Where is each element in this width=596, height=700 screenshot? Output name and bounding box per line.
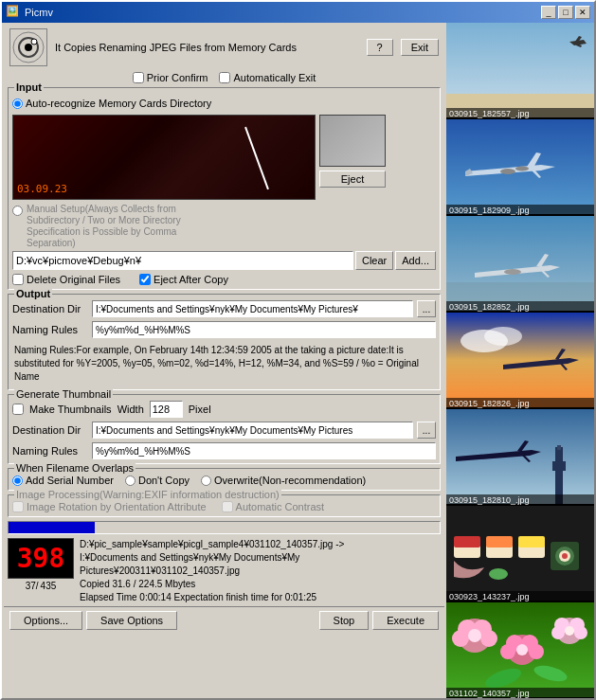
rotation-label: Image Rotation by Orientation Attribute	[27, 501, 207, 512]
eject-after-copy-label: Eject After Copy	[154, 274, 228, 285]
overlap-title: When Filename Overlaps	[14, 462, 135, 474]
count-num: 37/	[26, 581, 39, 591]
logo-icon	[11, 30, 45, 64]
svg-point-41	[500, 644, 515, 659]
app-title: It Copies Renaming JPEG Files from Memor…	[55, 42, 359, 53]
contrast-checkbox[interactable]	[222, 501, 233, 512]
left-panel: It Copies Renaming JPEG Files from Memor…	[2, 23, 446, 698]
maximize-btn[interactable]: □	[558, 6, 573, 19]
thumbnail-5[interactable]: 030915_182810_.jpg	[446, 409, 594, 506]
copied-text: Copied 31.6 / 224.5 Mbytes	[80, 578, 441, 591]
app-icon: 🖼️	[6, 5, 21, 20]
delete-files-item: Delete Original Files	[12, 274, 120, 285]
path-row: Clear Add...	[12, 251, 436, 270]
auto-radio[interactable]	[12, 99, 23, 109]
counter-display: 398	[8, 538, 74, 579]
svg-point-49	[565, 626, 574, 636]
input-section: Input Auto-recognize Memory Cards Direct…	[8, 87, 441, 290]
thumbnail-1-label: 030915_182557_.jpg	[446, 108, 594, 119]
camera-preview-inner: 03.09.23	[13, 116, 315, 199]
svg-point-2	[25, 44, 32, 51]
stop-button[interactable]: Stop	[319, 611, 370, 630]
eject-button[interactable]: Eject	[319, 171, 386, 188]
dont-copy-radio[interactable]	[125, 476, 135, 486]
help-button[interactable]: ?	[367, 39, 393, 56]
thumbnail-6-image	[446, 506, 594, 601]
svg-point-3	[31, 39, 37, 45]
bottom-bar: Options... Save Options Stop Execute	[4, 606, 444, 634]
thumb-dest-dir-row: Destination Dir ...	[12, 422, 436, 439]
rotation-checkbox[interactable]	[12, 501, 24, 512]
overwrite-item: Overwrite(Non-recommendation)	[201, 475, 366, 486]
svg-rect-17	[552, 461, 566, 471]
thumb-dest-dir-input[interactable]	[92, 422, 413, 439]
prior-confirm-checkbox[interactable]	[133, 72, 144, 83]
overwrite-label: Overwrite(Non-recommendation)	[214, 475, 366, 486]
width-input[interactable]	[150, 401, 183, 418]
naming-rules-input[interactable]	[92, 321, 436, 338]
add-serial-item: Add Serial Number	[12, 475, 114, 486]
delete-files-checkbox[interactable]	[12, 274, 24, 285]
imgproc-section: Image Processing(Warning:EXIF informatio…	[8, 494, 441, 517]
status-text-area: D:¥pic_sample¥sample¥picgl_sample4¥03110…	[80, 538, 441, 604]
thumb-dest-dir-label: Destination Dir	[12, 424, 88, 436]
auto-exit-item: Automatically Exit	[219, 72, 316, 83]
make-thumbnails-checkbox[interactable]	[12, 404, 24, 415]
thumbnail-section-title: Generate Thumbnail	[14, 388, 113, 400]
add-serial-radio[interactable]	[12, 476, 23, 486]
thumbnail-6[interactable]: 030923_143237_.jpg	[446, 506, 594, 602]
thumbnail-3[interactable]: 030915_182852_.jpg	[446, 216, 594, 313]
auto-exit-label: Automatically Exit	[233, 72, 316, 83]
svg-rect-25	[518, 536, 545, 547]
output-section: Output Destination Dir ... Naming Rules …	[8, 294, 441, 390]
thumbnail-7[interactable]: 031102_140357_.jpg	[446, 602, 594, 698]
thumbnail-1[interactable]: 030915_182557_.jpg	[446, 23, 594, 119]
prior-confirm-label: Prior Confirm	[147, 72, 208, 83]
close-btn[interactable]: ✕	[575, 6, 590, 19]
minimize-btn[interactable]: _	[541, 6, 556, 19]
thumbnail-2[interactable]: 030915_182909_.jpg	[446, 119, 594, 216]
dest-path-text: I:¥Documents and Settings¥nyk¥My Documen…	[80, 551, 441, 578]
auto-exit-checkbox[interactable]	[219, 72, 230, 83]
path-input[interactable]	[12, 251, 353, 270]
manual-radio[interactable]	[12, 206, 23, 216]
overwrite-radio[interactable]	[201, 476, 211, 486]
naming-note: Naming Rules:For example, On February 14…	[12, 342, 436, 386]
pixel-label: Pixel	[189, 404, 211, 415]
camera-timestamp: 03.09.23	[17, 183, 67, 195]
save-options-button[interactable]: Save Options	[86, 611, 177, 630]
thumbnail-7-label: 031102_140357_.jpg	[446, 688, 594, 698]
thumb-naming-input[interactable]	[92, 442, 436, 459]
dest-dir-browse-button[interactable]: ...	[417, 300, 436, 317]
thumbnail-5-label: 030915_182810_.jpg	[446, 494, 594, 506]
camera-line-icon	[244, 127, 269, 189]
thumb-dest-dir-browse-button[interactable]: ...	[417, 422, 436, 439]
thumbnail-4[interactable]: 030915_182826_.jpg	[446, 313, 594, 409]
title-bar-text: Picmv	[25, 7, 53, 18]
thumbnail-3-image	[446, 216, 594, 311]
clear-button[interactable]: Clear	[355, 251, 393, 270]
thumbnail-4-label: 030915_182826_.jpg	[446, 398, 594, 409]
input-section-title: Input	[14, 81, 44, 93]
thumbnail-6-label: 030923_143237_.jpg	[446, 591, 594, 602]
thumbnail-2-image	[446, 119, 594, 214]
camera-area: 03.09.23 Eject	[12, 115, 436, 200]
dest-dir-input[interactable]	[92, 300, 413, 317]
svg-rect-21	[454, 536, 480, 547]
output-section-title: Output	[14, 288, 52, 299]
svg-point-8	[515, 167, 529, 171]
header-area: It Copies Renaming JPEG Files from Memor…	[4, 25, 444, 70]
dest-dir-row: Destination Dir ...	[12, 300, 436, 317]
svg-point-47	[551, 626, 565, 639]
execute-button[interactable]: Execute	[372, 611, 439, 630]
right-panel: 030915_182557_.jpg	[446, 23, 594, 698]
add-button[interactable]: Add...	[395, 251, 436, 270]
make-thumbnails-row: Make Thumbnails Width Pixel	[12, 401, 436, 418]
exit-button[interactable]: Exit	[401, 39, 439, 56]
overlap-section: When Filename Overlaps Add Serial Number…	[8, 468, 441, 491]
bottom-left-buttons: Options... Save Options	[9, 611, 177, 630]
svg-point-42	[529, 644, 544, 659]
options-button[interactable]: Options...	[9, 611, 82, 630]
rotation-item: Image Rotation by Orientation Attribute	[12, 501, 207, 512]
eject-after-copy-checkbox[interactable]	[139, 274, 151, 285]
